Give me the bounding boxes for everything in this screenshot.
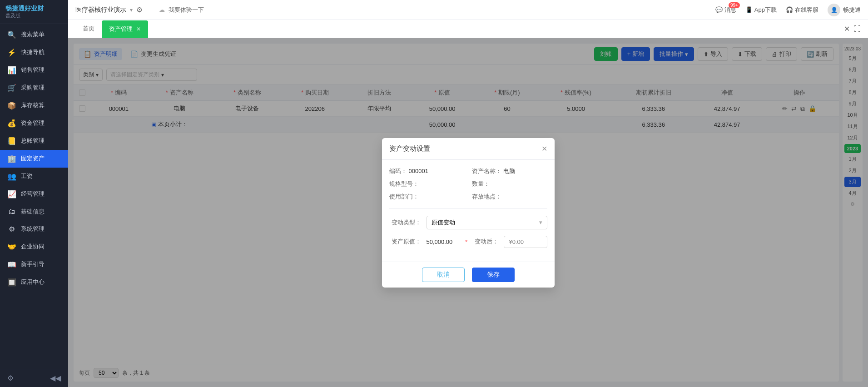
modal-info-grid: 编码： 000001 资产名称： 电脑 规格型号：: [389, 167, 547, 201]
company-icon: 🤝: [7, 243, 16, 251]
avatar: 👤: [828, 4, 840, 16]
sidebar-item-company[interactable]: 🤝 企业协同: [0, 238, 68, 256]
purchase-icon: 🛒: [7, 84, 16, 92]
modal-cancel-button[interactable]: 取消: [422, 268, 465, 282]
tab-home[interactable]: 首页: [75, 20, 102, 38]
settings-icon[interactable]: ⚙: [7, 374, 14, 382]
change-type-label: 变动类型：: [389, 218, 421, 227]
sidebar-item-basic[interactable]: 🗂 基础信息: [0, 203, 68, 220]
sidebar-item-system[interactable]: ⚙ 系统管理: [0, 220, 68, 238]
modal-overlay: 资产变动设置 ✕ 编码： 000001 资产名称： 电脑: [68, 38, 868, 387]
sidebar-header: 畅捷通好业财 普及版: [0, 0, 68, 24]
change-type-dropdown[interactable]: 原值变动 ▾: [427, 216, 547, 229]
modal-divider: [389, 208, 547, 208]
asset-value: 50,000.00: [427, 238, 453, 245]
sidebar-item-sales[interactable]: 📊 销售管理: [0, 61, 68, 79]
tab-close-icon[interactable]: ✕: [136, 26, 141, 32]
sidebar-item-payroll[interactable]: 👥 工资: [0, 168, 68, 185]
operations-icon: 📈: [7, 190, 16, 198]
sidebar-nav: 🔍 搜索菜单 ⚡ 快捷导航 📊 销售管理 🛒 采购管理 📦 库存核算 💰: [0, 24, 68, 369]
modal-body: 编码： 000001 资产名称： 电脑 规格型号：: [382, 160, 555, 262]
modal-change-type-row: 变动类型： 原值变动 ▾: [389, 216, 547, 229]
change-type-arrow-icon: ▾: [539, 219, 542, 226]
topbar-left: 医疗器械行业演示 ▾ ⚙ ☁ 我要体验一下: [75, 5, 204, 14]
company-dropdown-arrow[interactable]: ▾: [130, 7, 133, 13]
modal-header: 资产变动设置 ✕: [382, 138, 555, 160]
quicknav-icon: ⚡: [7, 48, 16, 57]
sidebar-item-finance[interactable]: 💰 资金管理: [0, 114, 68, 132]
sidebar-item-purchase[interactable]: 🛒 采购管理: [0, 79, 68, 97]
sales-icon: 📊: [7, 66, 16, 74]
tab-expand-controls: ✕ ⛶: [844, 25, 861, 33]
message-badge: 99+: [729, 2, 740, 8]
online-service-button[interactable]: 🎧 在线客服: [786, 6, 818, 14]
sidebar-footer: ⚙ ◀◀: [0, 369, 68, 387]
modal-code-value: 000001: [409, 168, 428, 174]
sidebar-item-guide[interactable]: 📖 新手引导: [0, 256, 68, 273]
sidebar-item-quicknav[interactable]: ⚡ 快捷导航: [0, 44, 68, 61]
guide-icon: 📖: [7, 260, 16, 269]
system-icon: ⚙: [7, 225, 16, 233]
app-logo: 畅捷通好业财 普及版: [5, 5, 44, 19]
sidebar-item-ledger[interactable]: 📒 总账管理: [0, 132, 68, 150]
tabbar: 首页 资产管理 ✕ ✕ ⛶: [68, 20, 868, 38]
message-button[interactable]: 💬 消息 99+: [715, 6, 736, 14]
after-change-field[interactable]: [509, 238, 542, 245]
topbar: 医疗器械行业演示 ▾ ⚙ ☁ 我要体验一下 💬 消息 99+ 📱 App下载: [68, 0, 868, 20]
username: 畅捷通: [843, 6, 861, 14]
inventory-icon: 📦: [7, 101, 16, 110]
payroll-icon: 👥: [7, 172, 16, 181]
asset-value-label: 资产原值：: [389, 238, 421, 246]
sidebar-item-inventory[interactable]: 📦 库存核算: [0, 97, 68, 114]
change-type-value: 原值变动: [432, 218, 455, 227]
message-icon: 💬: [715, 6, 723, 13]
after-change-input: [504, 236, 547, 248]
company-settings-icon[interactable]: ⚙: [136, 5, 143, 14]
modal-location-field: 存放地点：: [472, 193, 547, 201]
sidebar-item-search[interactable]: 🔍 搜索菜单: [0, 26, 68, 44]
download-icon: 📱: [745, 6, 753, 13]
modal-asset-name-value: 电脑: [503, 167, 515, 175]
after-change-label: 变动后：: [475, 238, 498, 246]
feedback-button[interactable]: 我要体验一下: [169, 6, 204, 14]
required-mark: *: [465, 238, 467, 245]
modal-footer: 取消 保存: [382, 262, 555, 288]
cloud-icon: ☁: [159, 6, 165, 13]
modal-quantity-field: 数量：: [472, 180, 547, 188]
service-icon: 🎧: [786, 6, 793, 13]
modal-asset-value-row: 资产原值： 50,000.00 * 变动后：: [389, 236, 547, 248]
sidebar-item-operations[interactable]: 📈 经营管理: [0, 185, 68, 203]
modal-title: 资产变动设置: [389, 144, 430, 153]
company-name[interactable]: 医疗器械行业演示: [75, 6, 126, 14]
content-area: 📋 资产明细 📄 变更生成凭证 刘账 + 新增 批量操作 ▾: [68, 38, 868, 387]
finance-icon: 💰: [7, 119, 16, 128]
apps-icon: 🔲: [7, 278, 16, 287]
sidebar-item-apps[interactable]: 🔲 应用中心: [0, 273, 68, 291]
main-area: 医疗器械行业演示 ▾ ⚙ ☁ 我要体验一下 💬 消息 99+ 📱 App下载: [68, 0, 868, 387]
modal-close-button[interactable]: ✕: [541, 144, 547, 153]
ledger-icon: 📒: [7, 137, 16, 145]
assets-icon: 🏢: [7, 154, 16, 163]
sidebar-item-assets[interactable]: 🏢 固定资产: [0, 150, 68, 168]
tab-asset-management[interactable]: 资产管理 ✕: [102, 20, 148, 39]
basic-icon: 🗂: [7, 208, 16, 216]
modal-department-field: 使用部门：: [389, 193, 465, 201]
asset-change-modal: 资产变动设置 ✕ 编码： 000001 资产名称： 电脑: [382, 138, 555, 288]
modal-code-field: 编码： 000001: [389, 167, 465, 175]
topbar-right: 💬 消息 99+ 📱 App下载 🎧 在线客服 👤 畅捷通: [715, 4, 861, 16]
tab-close-window-icon[interactable]: ✕: [844, 25, 850, 33]
collapse-icon[interactable]: ◀◀: [50, 374, 61, 382]
modal-asset-name-field: 资产名称： 电脑: [472, 167, 547, 175]
sidebar: 畅捷通好业财 普及版 🔍 搜索菜单 ⚡ 快捷导航 📊 销售管理 🛒 采购管理: [0, 0, 68, 387]
user-menu[interactable]: 👤 畅捷通: [828, 4, 861, 16]
tab-maximize-icon[interactable]: ⛶: [853, 25, 861, 33]
modal-spec-field: 规格型号：: [389, 180, 465, 188]
modal-save-button[interactable]: 保存: [472, 268, 515, 282]
app-download-button[interactable]: 📱 App下载: [745, 6, 777, 14]
search-icon: 🔍: [7, 30, 16, 39]
